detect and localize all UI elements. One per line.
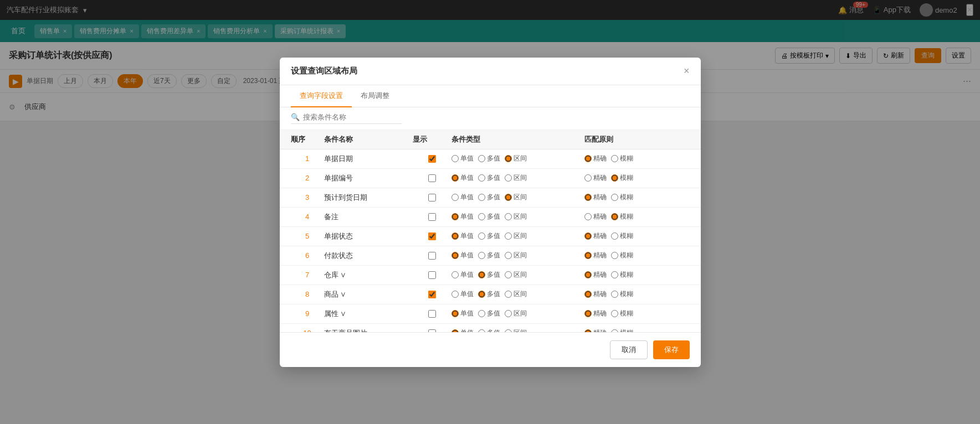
search-wrap: 🔍 <box>291 113 402 122</box>
settings-dialog: 设置查询区域布局 × 查询字段设置 布局调整 🔍 顺序 条件名称 显示 <box>280 58 701 122</box>
dialog-tabs: 查询字段设置 布局调整 <box>280 85 701 107</box>
modal-overlay: 设置查询区域布局 × 查询字段设置 布局调整 🔍 顺序 条件名称 显示 <box>0 0 980 121</box>
tab-query-fields[interactable]: 查询字段设置 <box>291 85 352 107</box>
dialog-close-button[interactable]: × <box>684 65 690 77</box>
search-input[interactable] <box>303 113 392 121</box>
tab-layout-adjust[interactable]: 布局调整 <box>352 85 398 107</box>
tab-layout-adjust-label: 布局调整 <box>361 91 389 100</box>
dialog-search-area: 🔍 <box>280 107 701 122</box>
dialog-title: 设置查询区域布局 <box>291 66 357 76</box>
search-icon: 🔍 <box>291 113 300 121</box>
dialog-header: 设置查询区域布局 × <box>280 58 701 85</box>
tab-query-fields-label: 查询字段设置 <box>300 91 343 100</box>
